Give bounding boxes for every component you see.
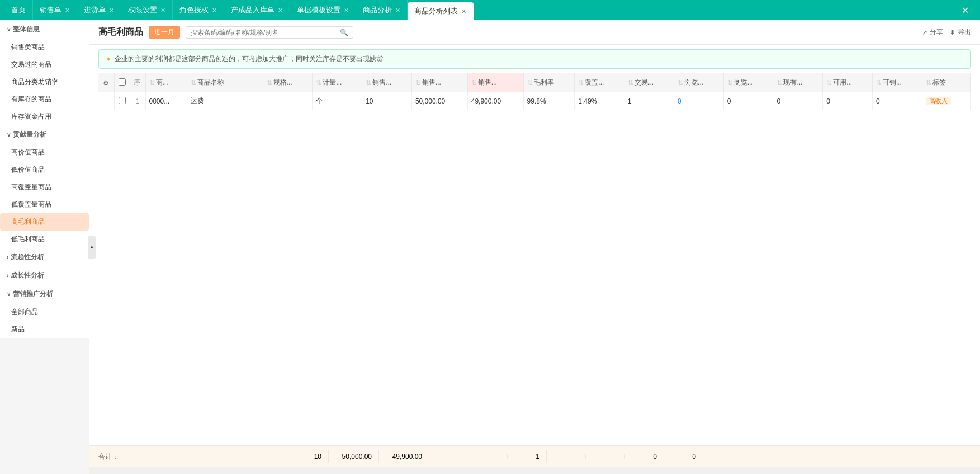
sidebar-item-high-value[interactable]: 高价值商品 [0,144,89,161]
col-tag[interactable]: ⇅ 标签 [922,73,970,92]
nav-purchase[interactable]: 进货单 ✕ [77,0,121,20]
sort-icon: ⇅ [678,79,683,87]
sidebar-wrapper: ∨ 整体信息 销售类商品 交易过的商品 商品分类助销率 有库存的商品 库存资金占… [0,20,89,474]
footer-browse1 [547,454,586,459]
col-gross-rate[interactable]: ⇅ 毛利率 [523,73,575,92]
sidebar-item-high-margin[interactable]: 高毛利商品 [0,213,89,231]
search-icon: 🔍 [340,29,348,36]
content-area: 高毛利商品 近一月 🔍 ↗ 分享 ⬇ 导出 ✦ 企业的主要的利润都是这部分商品创… [89,20,980,474]
row-select-checkbox[interactable] [119,97,126,104]
row-coverage: 1.49% [575,92,624,110]
footer-current: 0 [625,450,664,463]
col-coverage[interactable]: ⇅ 覆盖... [575,73,624,92]
footer-browse2 [586,454,625,459]
col-available[interactable]: ⇅ 可用... [823,73,873,92]
row-trade: 1 [624,92,674,110]
sidebar-item-low-margin[interactable]: 低毛利商品 [0,231,89,248]
sort-icon: ⇅ [527,79,533,87]
row-sales-qty: 10 [362,92,412,110]
row-sales-profit: 49,900.00 [467,92,523,110]
footer-label: 合计： [98,452,119,462]
col-checkbox[interactable] [114,73,130,92]
close-icon[interactable]: ✕ [395,7,400,14]
col-num: 序 [130,73,145,92]
close-icon[interactable]: ✕ [65,7,70,14]
col-current[interactable]: ⇅ 现有... [773,73,823,92]
nav-home[interactable]: 首页 [4,0,33,20]
collapse-icon: « [91,244,94,250]
sidebar-item-sales-goods[interactable]: 销售类商品 [0,39,89,56]
horizontal-scrollbar[interactable] [89,467,980,474]
sidebar-item-new-goods[interactable]: 新品 [0,321,89,338]
sidebar-item-stock-goods[interactable]: 有库存的商品 [0,91,89,108]
row-settings [98,92,114,110]
table-wrapper: ⚙ 序 ⇅ 商... [89,73,980,445]
nav-template[interactable]: 单据模板设置 ✕ [290,0,356,20]
sidebar-item-traded-goods[interactable]: 交易过的商品 [0,56,89,73]
row-spec [263,92,313,110]
sidebar-item-low-coverage[interactable]: 低覆盖量商品 [0,196,89,213]
share-button[interactable]: ↗ 分享 [922,27,943,37]
nav-product-storage[interactable]: 产成品入库单 ✕ [224,0,290,20]
sidebar: ∨ 整体信息 销售类商品 交易过的商品 商品分类助销率 有库存的商品 库存资金占… [0,20,89,338]
col-trade[interactable]: ⇅ 交易... [624,73,674,92]
export-icon: ⬇ [950,29,955,36]
main-layout: ∨ 整体信息 销售类商品 交易过的商品 商品分类助销率 有库存的商品 库存资金占… [0,20,980,474]
row-sellable: 0 [872,92,922,110]
search-box[interactable]: 🔍 [186,26,353,39]
share-icon: ↗ [922,29,927,36]
nav-product-analysis-list[interactable]: 商品分析列表 ✕ [408,2,474,20]
row-browse1[interactable]: 0 [674,92,723,110]
col-sales-qty[interactable]: ⇅ 销售... [362,73,412,92]
window-close-button[interactable]: ✕ [955,5,976,16]
col-name[interactable]: ⇅ 商品名称 [187,73,263,92]
sidebar-section-trend[interactable]: › 流趋性分析 [0,248,89,266]
col-browse2[interactable]: ⇅ 浏览... [723,73,773,92]
nav-sales[interactable]: 销售单 ✕ [33,0,77,20]
sidebar-item-stock-capital[interactable]: 库存资金占用 [0,108,89,125]
close-icon[interactable]: ✕ [212,7,217,14]
col-browse1[interactable]: ⇅ 浏览... [674,73,723,92]
col-settings[interactable]: ⚙ [98,73,114,92]
sidebar-item-low-value[interactable]: 低价值商品 [0,161,89,179]
sort-icon: ⇅ [366,79,371,87]
chevron-down-icon: ∨ [7,291,11,297]
sidebar-section-contribution[interactable]: ∨ 贡献量分析 [0,125,89,144]
chevron-down-icon: ∨ [7,26,11,32]
nav-product-analysis[interactable]: 商品分析 ✕ [356,0,408,20]
sort-icon: ⇅ [415,79,421,87]
footer-sales-amount: 50,000.00 [329,450,379,463]
close-icon[interactable]: ✕ [344,7,349,14]
close-icon[interactable]: ✕ [109,7,114,14]
data-table: ⚙ 序 ⇅ 商... [98,73,971,110]
col-sales-profit[interactable]: ⇅ 销售... [467,73,523,92]
close-icon[interactable]: ✕ [160,7,165,14]
row-checkbox[interactable] [114,92,130,110]
col-sellable[interactable]: ⇅ 可销... [872,73,922,92]
nav-role[interactable]: 角色授权 ✕ [173,0,224,20]
sidebar-item-all-goods[interactable]: 全部商品 [0,303,89,321]
nav-permission[interactable]: 权限设置 ✕ [121,0,173,20]
close-icon[interactable]: ✕ [278,7,283,14]
sidebar-item-high-coverage[interactable]: 高覆盖量商品 [0,179,89,196]
select-all-checkbox[interactable] [119,78,126,86]
col-code[interactable]: ⇅ 商... [145,73,187,92]
content-header: 高毛利商品 近一月 🔍 ↗ 分享 ⬇ 导出 [89,20,980,45]
sidebar-section-marketing[interactable]: ∨ 营销推广分析 [0,285,89,303]
col-sales-amount[interactable]: ⇅ 销售... [411,73,467,92]
table-body: 1 0000... 运费 个 10 50,000.00 49,900.00 99… [98,92,971,110]
export-button[interactable]: ⬇ 导出 [950,27,971,37]
close-icon[interactable]: ✕ [461,8,466,15]
page-title: 高毛利商品 [98,26,143,38]
row-name: 运费 [187,92,263,110]
search-input[interactable] [191,29,338,36]
row-code: 0000... [145,92,187,110]
col-spec[interactable]: ⇅ 规格... [263,73,313,92]
col-unit[interactable]: ⇅ 计量... [313,73,362,92]
sidebar-section-overall[interactable]: ∨ 整体信息 [0,20,89,39]
sidebar-collapse-button[interactable]: « [88,236,96,259]
star-icon: ✦ [106,55,111,63]
sidebar-item-category-rate[interactable]: 商品分类助销率 [0,73,89,91]
sidebar-section-growth[interactable]: › 成长性分析 [0,266,89,285]
filter-month-button[interactable]: 近一月 [149,26,180,39]
